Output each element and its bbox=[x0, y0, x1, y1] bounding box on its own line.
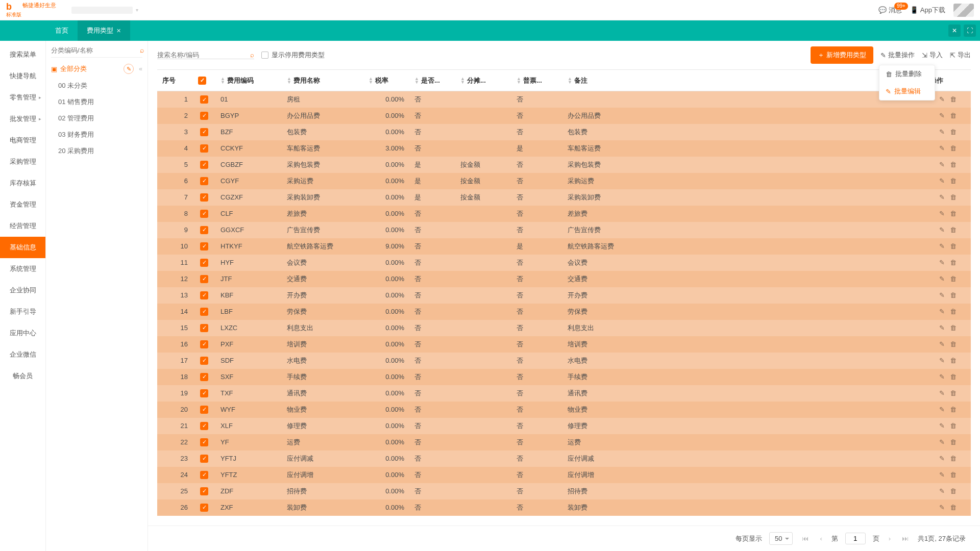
row-edit-button[interactable]: ✎ bbox=[939, 422, 945, 430]
user-avatar[interactable] bbox=[953, 4, 974, 17]
col-rate[interactable]: ▲▼税率 bbox=[363, 70, 409, 91]
row-edit-button[interactable]: ✎ bbox=[939, 504, 945, 511]
cell-checkbox[interactable]: ✓ bbox=[193, 336, 215, 353]
row-edit-button[interactable]: ✎ bbox=[939, 340, 945, 348]
category-search-input[interactable] bbox=[51, 46, 137, 54]
category-item-4[interactable]: 20 采购费用 bbox=[56, 143, 142, 159]
cell-checkbox[interactable]: ✓ bbox=[193, 320, 215, 336]
sidebar-item-10[interactable]: 系统管理 bbox=[0, 258, 45, 280]
row-edit-button[interactable]: ✎ bbox=[939, 291, 945, 299]
table-row[interactable]: 23✓YFTJ应付调减0.00%否否应付调减✎🗑 bbox=[157, 450, 971, 467]
sidebar-item-13[interactable]: 应用中心 bbox=[0, 322, 45, 344]
row-delete-button[interactable]: 🗑 bbox=[950, 308, 957, 315]
sidebar-item-5[interactable]: 采购管理 bbox=[0, 151, 45, 172]
prev-page-button[interactable]: ‹ bbox=[818, 535, 824, 542]
cell-checkbox[interactable]: ✓ bbox=[193, 108, 215, 124]
row-edit-button[interactable]: ✎ bbox=[939, 95, 945, 103]
row-delete-button[interactable]: 🗑 bbox=[950, 144, 957, 152]
search-input[interactable] bbox=[157, 51, 247, 59]
cell-checkbox[interactable]: ✓ bbox=[193, 140, 215, 157]
table-row[interactable]: 18✓SXF手续费0.00%否否手续费✎🗑 bbox=[157, 369, 971, 385]
cell-checkbox[interactable]: ✓ bbox=[193, 434, 215, 450]
cell-checkbox[interactable]: ✓ bbox=[193, 238, 215, 255]
row-delete-button[interactable]: 🗑 bbox=[950, 128, 957, 136]
col-name[interactable]: ▲▼费用名称 bbox=[282, 70, 363, 91]
cell-checkbox[interactable]: ✓ bbox=[193, 369, 215, 385]
table-row[interactable]: 8✓CLF差旅费0.00%否否差旅费✎🗑 bbox=[157, 206, 971, 222]
page-input[interactable] bbox=[845, 533, 866, 544]
row-delete-button[interactable]: 🗑 bbox=[950, 406, 957, 413]
row-edit-button[interactable]: ✎ bbox=[939, 226, 945, 234]
table-row[interactable]: 10✓HTKYF航空铁路客运费9.00%否是航空铁路客运费✎🗑 bbox=[157, 238, 971, 255]
next-page-button[interactable]: › bbox=[887, 535, 893, 542]
row-delete-button[interactable]: 🗑 bbox=[950, 95, 957, 103]
table-row[interactable]: 12✓JTF交通费0.00%否否交通费✎🗑 bbox=[157, 271, 971, 287]
table-row[interactable]: 21✓XLF修理费0.00%否否修理费✎🗑 bbox=[157, 418, 971, 434]
table-row[interactable]: 2✓BGYP办公用品费0.00%否否办公用品费✎🗑 bbox=[157, 108, 971, 124]
cell-checkbox[interactable]: ✓ bbox=[193, 91, 215, 108]
messages-button[interactable]: 💬 消息 99+ bbox=[878, 6, 902, 15]
table-row[interactable]: 16✓PXF培训费0.00%否否培训费✎🗑 bbox=[157, 336, 971, 353]
tab-expense-type[interactable]: 费用类型 ✕ bbox=[78, 20, 130, 41]
row-edit-button[interactable]: ✎ bbox=[939, 487, 945, 495]
category-item-0[interactable]: 00 未分类 bbox=[56, 78, 142, 93]
export-button[interactable]: ⇱ 导出 bbox=[950, 51, 971, 60]
row-edit-button[interactable]: ✎ bbox=[939, 308, 945, 315]
tab-home[interactable]: 首页 bbox=[46, 20, 78, 41]
sidebar-item-0[interactable]: 搜索菜单 bbox=[0, 44, 45, 65]
col-code[interactable]: ▲▼费用编码 bbox=[215, 70, 282, 91]
table-row[interactable]: 11✓HYF会议费0.00%否否会议费✎🗑 bbox=[157, 255, 971, 271]
table-row[interactable]: 3✓BZF包装费0.00%否否包装费✎🗑 bbox=[157, 124, 971, 140]
cell-checkbox[interactable]: ✓ bbox=[193, 222, 215, 238]
tab-close-all-button[interactable]: ✕ bbox=[948, 24, 961, 37]
cell-checkbox[interactable]: ✓ bbox=[193, 450, 215, 467]
cell-checkbox[interactable]: ✓ bbox=[193, 255, 215, 271]
row-edit-button[interactable]: ✎ bbox=[939, 373, 945, 381]
row-delete-button[interactable]: 🗑 bbox=[950, 471, 957, 479]
table-row[interactable]: 20✓WYF物业费0.00%否否物业费✎🗑 bbox=[157, 402, 971, 418]
col-invoice[interactable]: ▲▼普票... bbox=[511, 70, 562, 91]
search-icon[interactable]: ⌕ bbox=[140, 46, 144, 54]
row-edit-button[interactable]: ✎ bbox=[939, 144, 945, 152]
table-row[interactable]: 6✓CGYF采购运费0.00%是按金额否采购运费✎🗑 bbox=[157, 173, 971, 189]
last-page-button[interactable]: ⏭ bbox=[900, 535, 911, 542]
row-edit-button[interactable]: ✎ bbox=[939, 210, 945, 217]
row-delete-button[interactable]: 🗑 bbox=[950, 340, 957, 348]
table-row[interactable]: 26✓ZXF装卸费0.00%否否装卸费✎🗑 bbox=[157, 499, 971, 516]
table-row[interactable]: 14✓LBF劳保费0.00%否否劳保费✎🗑 bbox=[157, 304, 971, 320]
search-icon[interactable]: ⌕ bbox=[250, 51, 254, 59]
cell-checkbox[interactable]: ✓ bbox=[193, 206, 215, 222]
org-switcher[interactable]: ▾ bbox=[71, 7, 138, 14]
sidebar-item-15[interactable]: 畅会员 bbox=[0, 365, 45, 387]
row-edit-button[interactable]: ✎ bbox=[939, 177, 945, 185]
cell-checkbox[interactable]: ✓ bbox=[193, 467, 215, 483]
row-delete-button[interactable]: 🗑 bbox=[950, 210, 957, 217]
cell-checkbox[interactable]: ✓ bbox=[193, 304, 215, 320]
row-edit-button[interactable]: ✎ bbox=[939, 357, 945, 364]
row-delete-button[interactable]: 🗑 bbox=[950, 504, 957, 511]
cell-checkbox[interactable]: ✓ bbox=[193, 353, 215, 369]
sidebar-item-1[interactable]: 快捷导航 bbox=[0, 65, 45, 87]
col-index[interactable]: 序号 bbox=[157, 70, 193, 91]
sidebar-item-11[interactable]: 企业协同 bbox=[0, 280, 45, 301]
close-icon[interactable]: ✕ bbox=[116, 28, 121, 34]
row-delete-button[interactable]: 🗑 bbox=[950, 161, 957, 168]
row-edit-button[interactable]: ✎ bbox=[939, 471, 945, 479]
row-delete-button[interactable]: 🗑 bbox=[950, 177, 957, 185]
row-delete-button[interactable]: 🗑 bbox=[950, 291, 957, 299]
row-edit-button[interactable]: ✎ bbox=[939, 259, 945, 266]
col-remark[interactable]: ▲▼备注 bbox=[562, 70, 925, 91]
table-row[interactable]: 17✓SDF水电费0.00%否否水电费✎🗑 bbox=[157, 353, 971, 369]
fullscreen-button[interactable]: ⛶ bbox=[964, 24, 976, 37]
batch-edit-item[interactable]: ✎ 批量编辑 bbox=[879, 83, 935, 100]
table-row[interactable]: 24✓YFTZ应付调增0.00%否否应付调增✎🗑 bbox=[157, 467, 971, 483]
sidebar-item-6[interactable]: 库存核算 bbox=[0, 172, 45, 194]
category-all[interactable]: ▣ 全部分类 ✎ « bbox=[51, 64, 142, 74]
row-delete-button[interactable]: 🗑 bbox=[950, 373, 957, 381]
row-delete-button[interactable]: 🗑 bbox=[950, 259, 957, 266]
sidebar-item-7[interactable]: 资金管理 bbox=[0, 194, 45, 215]
sidebar-item-12[interactable]: 新手引导 bbox=[0, 301, 45, 322]
cell-checkbox[interactable]: ✓ bbox=[193, 385, 215, 402]
row-delete-button[interactable]: 🗑 bbox=[950, 193, 957, 201]
row-delete-button[interactable]: 🗑 bbox=[950, 324, 957, 332]
